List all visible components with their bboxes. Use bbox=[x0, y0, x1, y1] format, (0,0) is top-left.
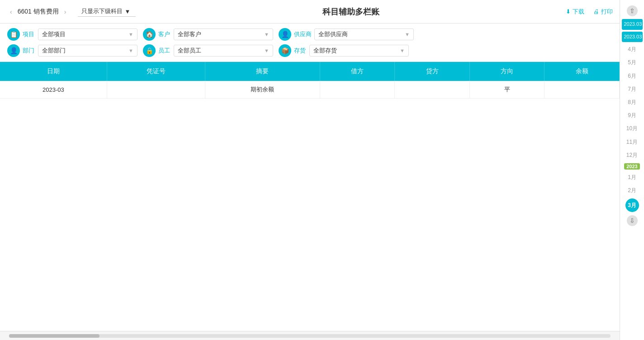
sidebar-month-1[interactable]: 1月 bbox=[620, 171, 644, 184]
sidebar-month-5[interactable]: 5月 bbox=[620, 56, 644, 69]
customer-arrow: ▼ bbox=[264, 32, 269, 37]
chevron-down-icon: ▼ bbox=[124, 8, 130, 15]
sidebar-month-2[interactable]: 2月 bbox=[620, 184, 644, 197]
table-header-row: 日期 凭证号 摘要 借方 贷方 方向 余额 bbox=[0, 62, 620, 81]
supplier-select[interactable]: 全部供应商 ▼ bbox=[314, 28, 414, 40]
data-table: 日期 凭证号 摘要 借方 贷方 方向 余额 2023-03 期初余额 bbox=[0, 62, 620, 99]
employee-label: 员工 bbox=[158, 47, 171, 55]
sidebar-month-4[interactable]: 4月 bbox=[620, 43, 644, 56]
filter-bar: 📋 项目 全部项目 ▼ 🏠 客户 全部客户 ▼ bbox=[0, 24, 620, 62]
sidebar-up-button[interactable]: ⇧ bbox=[627, 5, 638, 16]
page-title: 科目辅助多栏账 bbox=[136, 6, 566, 17]
cell-voucher bbox=[107, 81, 205, 99]
supplier-arrow: ▼ bbox=[405, 32, 410, 37]
project-value: 全部项目 bbox=[42, 30, 66, 38]
show-sub-label: 只显示下级科目 bbox=[81, 7, 123, 15]
inventory-select[interactable]: 全部存货 ▼ bbox=[309, 45, 409, 57]
project-label: 项目 bbox=[23, 30, 35, 38]
cell-balance bbox=[545, 81, 620, 99]
filter-item-supplier: 👤 供应商 全部供应商 ▼ bbox=[279, 28, 414, 41]
col-debit: 借方 bbox=[320, 62, 395, 81]
nav-next-button[interactable]: › bbox=[62, 7, 69, 16]
cell-debit bbox=[320, 81, 395, 99]
department-value: 全部部门 bbox=[42, 47, 66, 55]
filter-item-inventory: 📦 存货 全部存货 ▼ bbox=[279, 44, 409, 57]
cell-summary: 期初余额 bbox=[205, 81, 320, 99]
department-arrow: ▼ bbox=[128, 48, 133, 53]
sidebar-month-9[interactable]: 9月 bbox=[620, 109, 644, 122]
table-container: 日期 凭证号 摘要 借方 贷方 方向 余额 2023-03 期初余额 bbox=[0, 62, 620, 331]
download-icon: ⬇ bbox=[566, 8, 571, 15]
filter-row-1: 📋 项目 全部项目 ▼ 🏠 客户 全部客户 ▼ bbox=[7, 28, 612, 41]
main-window: ‹ 6601 销售费用 › 只显示下级科目 ▼ 科目辅助多栏账 ⬇ 下载 🖨 打… bbox=[0, 0, 644, 340]
sidebar-down-button[interactable]: ⇩ bbox=[627, 215, 638, 226]
customer-value: 全部客户 bbox=[178, 30, 201, 38]
content-area: 📋 项目 全部项目 ▼ 🏠 客户 全部客户 ▼ bbox=[0, 24, 620, 331]
inventory-label: 存货 bbox=[294, 47, 307, 55]
project-select[interactable]: 全部项目 ▼ bbox=[38, 28, 137, 40]
filter-item-department: 👤 部门 全部部门 ▼ bbox=[7, 44, 137, 57]
supplier-label: 供应商 bbox=[294, 30, 312, 38]
download-button[interactable]: ⬇ 下载 bbox=[566, 8, 584, 16]
col-summary: 摘要 bbox=[205, 62, 320, 81]
customer-icon: 🏠 bbox=[143, 28, 156, 41]
filter-item-employee: 🔒 员工 全部员工 ▼ bbox=[143, 44, 273, 57]
col-balance: 余额 bbox=[545, 62, 620, 81]
account-code: 6601 销售费用 bbox=[18, 8, 59, 16]
sidebar-month-2023-03-2[interactable]: 2023.03 bbox=[622, 32, 643, 42]
col-voucher: 凭证号 bbox=[107, 62, 205, 81]
sidebar-month-11[interactable]: 11月 bbox=[620, 136, 644, 149]
filter-row-2: 👤 部门 全部部门 ▼ 🔒 员工 全部员工 ▼ bbox=[7, 44, 612, 57]
scrollbar-thumb[interactable] bbox=[9, 334, 99, 338]
print-button[interactable]: 🖨 打印 bbox=[593, 8, 613, 16]
department-label: 部门 bbox=[23, 47, 35, 55]
show-sub-dropdown[interactable]: 只显示下级科目 ▼ bbox=[78, 6, 136, 17]
cell-date: 2023-03 bbox=[0, 81, 107, 99]
right-sidebar: ⇧ 2023.03 2023.03 4月 5月 6月 7月 8月 9月 10月 … bbox=[620, 0, 644, 340]
print-icon: 🖨 bbox=[593, 8, 599, 15]
sidebar-month-6[interactable]: 6月 bbox=[620, 70, 644, 83]
supplier-value: 全部供应商 bbox=[318, 30, 348, 38]
filter-item-project: 📋 项目 全部项目 ▼ bbox=[7, 28, 137, 41]
inventory-icon: 📦 bbox=[279, 44, 291, 57]
sidebar-month-10[interactable]: 10月 bbox=[620, 122, 644, 135]
sidebar-month-12[interactable]: 12月 bbox=[620, 149, 644, 162]
col-credit: 贷方 bbox=[395, 62, 470, 81]
supplier-icon: 👤 bbox=[279, 28, 291, 41]
inventory-value: 全部存货 bbox=[313, 47, 337, 55]
customer-label: 客户 bbox=[158, 30, 171, 38]
scrollbar-track bbox=[9, 334, 611, 338]
customer-select[interactable]: 全部客户 ▼ bbox=[174, 28, 273, 40]
department-select[interactable]: 全部部门 ▼ bbox=[38, 45, 137, 57]
sidebar-month-8[interactable]: 8月 bbox=[620, 96, 644, 109]
inventory-arrow: ▼ bbox=[400, 48, 405, 53]
employee-select[interactable]: 全部员工 ▼ bbox=[174, 45, 273, 57]
table-row: 2023-03 期初余额 平 bbox=[0, 81, 620, 99]
col-date: 日期 bbox=[0, 62, 107, 81]
bottom-scrollbar[interactable] bbox=[0, 331, 620, 340]
print-label: 打印 bbox=[601, 8, 613, 16]
project-arrow: ▼ bbox=[128, 32, 133, 37]
cell-direction: 平 bbox=[469, 81, 545, 99]
sidebar-month-2023-03-top[interactable]: 2023.03 bbox=[622, 19, 643, 30]
col-direction: 方向 bbox=[469, 62, 545, 81]
nav-prev-button[interactable]: ‹ bbox=[7, 7, 15, 16]
employee-value: 全部员工 bbox=[178, 47, 201, 55]
employee-icon: 🔒 bbox=[143, 44, 156, 57]
project-icon: 📋 bbox=[7, 28, 20, 41]
sidebar-month-7[interactable]: 7月 bbox=[620, 83, 644, 96]
sidebar-month-3-active[interactable]: 3月 bbox=[625, 198, 639, 212]
filter-item-customer: 🏠 客户 全部客户 ▼ bbox=[143, 28, 273, 41]
cell-credit bbox=[395, 81, 470, 99]
department-icon: 👤 bbox=[7, 44, 20, 57]
header-bar: ‹ 6601 销售费用 › 只显示下级科目 ▼ 科目辅助多栏账 ⬇ 下载 🖨 打… bbox=[0, 0, 644, 24]
employee-arrow: ▼ bbox=[264, 48, 269, 53]
sidebar-year-badge: 2023 bbox=[624, 163, 639, 170]
download-label: 下载 bbox=[573, 8, 584, 16]
